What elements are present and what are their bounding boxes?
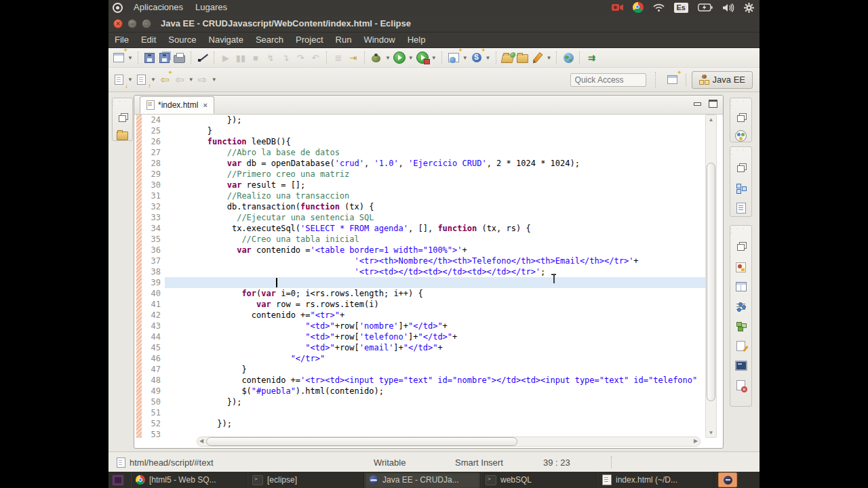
menu-item-project[interactable]: Project <box>290 33 329 47</box>
volume-icon[interactable] <box>722 3 734 12</box>
back-button[interactable]: ⇦ <box>173 73 186 87</box>
properties-view-icon[interactable] <box>734 279 749 294</box>
new-web-wizard-button[interactable]: ✦ <box>447 50 460 65</box>
last-edit-location-button[interactable]: ⇦✦ <box>158 73 172 87</box>
back-dropdown-icon[interactable]: ▼ <box>189 77 194 83</box>
taskbar-item--eclipse-[interactable]: [eclipse] <box>248 472 364 488</box>
open-perspective-button[interactable]: ✦ <box>666 73 679 87</box>
snippets-view-icon[interactable] <box>734 319 749 333</box>
wifi-icon[interactable] <box>653 3 665 12</box>
restore-view-icon[interactable] <box>734 113 749 125</box>
console-view-icon[interactable] <box>734 358 749 373</box>
project-explorer-icon[interactable] <box>115 129 130 140</box>
code-line-45[interactable]: 45 "<td>"+row['email']+"</td>"+ <box>135 342 706 353</box>
tab-close-icon[interactable]: × <box>203 101 207 109</box>
code-line-34[interactable]: 34 tx.executeSql('SELECT * FROM agenda',… <box>135 223 706 234</box>
documentation-view-icon[interactable] <box>734 338 749 353</box>
window-minimize-button[interactable]: – <box>127 19 137 28</box>
quick-edit-view-icon[interactable] <box>734 299 749 314</box>
code-line-30[interactable]: 30 var result = []; <box>135 180 706 190</box>
vertical-scrollbar[interactable]: ▲ ▼ <box>705 115 717 438</box>
new-servlet-button[interactable]: S✦ <box>470 50 484 65</box>
menu-item-window[interactable]: Window <box>357 33 401 47</box>
next-annotation-dropdown-icon[interactable]: ▼ <box>127 77 133 83</box>
task-list-view-icon[interactable] <box>734 201 749 216</box>
code-line-50[interactable]: 50 }); <box>135 396 706 407</box>
previous-annotation-button[interactable]: ↑ <box>135 73 149 87</box>
suspend-button[interactable]: ▮▮ <box>234 50 248 65</box>
vertical-scroll-thumb[interactable] <box>707 163 715 401</box>
markers-view-icon[interactable] <box>734 260 749 274</box>
menu-item-edit[interactable]: Edit <box>135 33 162 47</box>
pen-dropdown-icon[interactable]: ▼ <box>547 55 552 61</box>
code-line-43[interactable]: 43 "<td>"+row['nombre']+"</td>"+ <box>135 321 706 331</box>
chrome-tray-icon[interactable] <box>633 2 644 13</box>
mark-occurrences-button[interactable] <box>531 50 545 65</box>
code-line-33[interactable]: 33 //Ejecutar una sentencia SQL <box>135 212 706 223</box>
code-line-41[interactable]: 41 var row = rs.rows.item(i) <box>135 299 706 310</box>
outline-view-icon[interactable] <box>734 181 749 196</box>
disconnect-button[interactable]: ↯ <box>264 50 277 65</box>
keyboard-layout-indicator[interactable]: Es <box>674 3 688 13</box>
drop-to-frame-button[interactable]: ≣ <box>332 50 345 65</box>
eclipse-launcher-highlighted-icon[interactable] <box>718 472 737 487</box>
external-tools-button[interactable] <box>416 50 429 65</box>
code-line-42[interactable]: 42 contenido +="<tr>"+ <box>135 310 706 321</box>
menu-item-file[interactable]: File <box>108 33 135 47</box>
new-wizard-button[interactable]: ✦ <box>112 50 125 65</box>
battery-icon[interactable] <box>698 3 713 12</box>
scroll-down-arrow[interactable]: ▼ <box>706 428 716 437</box>
maximize-editor-icon[interactable] <box>709 100 717 108</box>
problems-view-icon[interactable] <box>734 378 749 392</box>
taskbar-item--html5-web-sq-[interactable]: [html5 - Web SQ... <box>131 472 248 488</box>
servers-view-icon[interactable] <box>734 129 749 142</box>
synchronize-button[interactable]: ⇉ <box>585 50 598 65</box>
minimize-editor-icon[interactable] <box>693 100 701 106</box>
code-line-51[interactable]: 51 <box>135 407 706 418</box>
menu-item-run[interactable]: Run <box>330 33 358 47</box>
code-line-38[interactable]: 38 '<tr><td></td><td></td><td></td></tr>… <box>135 266 706 277</box>
step-over-button[interactable]: ↷ <box>294 50 307 65</box>
workspace-mini-icon[interactable] <box>112 474 124 486</box>
code-line-49[interactable]: 49 $("#puebla").html(contenido); <box>135 386 706 396</box>
run-button[interactable] <box>393 50 406 65</box>
code-line-52[interactable]: 52 }); <box>135 418 706 429</box>
restore-view-icon[interactable] <box>734 161 749 176</box>
ubuntu-logo-icon[interactable] <box>113 3 123 13</box>
code-line-25[interactable]: 25 } <box>135 125 706 136</box>
web-browser-button[interactable] <box>561 50 575 65</box>
save-button[interactable] <box>143 50 157 65</box>
horizontal-scrollbar[interactable]: ◀ ▶ <box>197 436 701 447</box>
code-line-31[interactable]: 31 //Realizo una transaccion <box>135 190 706 201</box>
code-line-32[interactable]: 32 db.transaction(function (tx) { <box>135 201 706 212</box>
new-servlet-dropdown-icon[interactable]: ▼ <box>486 55 491 61</box>
step-return-button[interactable]: ↶ <box>309 50 322 65</box>
taskbar-item-index-html-d-[interactable]: index.html (~/D... <box>597 472 714 488</box>
screen-recorder-icon[interactable] <box>612 3 623 12</box>
menu-item-help[interactable]: Help <box>401 33 432 47</box>
print-button[interactable] <box>173 50 186 65</box>
debug-button[interactable] <box>370 50 383 65</box>
code-line-27[interactable]: 27 //Abro la base de datos <box>135 147 706 158</box>
restore-view-icon[interactable] <box>115 113 130 124</box>
window-close-button[interactable]: ✕ <box>113 19 123 28</box>
window-maximize-button[interactable]: □ <box>142 19 151 28</box>
menu-item-search[interactable]: Search <box>250 33 290 47</box>
code-line-37[interactable]: 37 '<tr><th>Nombre</th><th>Telefono</th>… <box>135 256 706 266</box>
external-tools-dropdown-icon[interactable]: ▼ <box>431 55 437 61</box>
quick-access-input[interactable] <box>570 73 646 87</box>
run-dropdown-icon[interactable]: ▼ <box>408 55 414 61</box>
next-annotation-button[interactable]: ↓ <box>112 73 125 87</box>
restore-view-icon[interactable] <box>734 240 749 255</box>
terminate-button[interactable]: ■ <box>249 50 262 65</box>
menu-item-source[interactable]: Source <box>162 33 202 47</box>
code-line-29[interactable]: 29 //Primero creo una matriz <box>135 169 706 180</box>
import-web-button[interactable] <box>501 50 515 65</box>
code-line-40[interactable]: 40 for(var i=0; i<rs.rows.length; i++) { <box>135 288 706 299</box>
code-line-39[interactable]: 39 <box>135 277 706 288</box>
horizontal-scroll-thumb[interactable] <box>206 437 517 446</box>
code-line-28[interactable]: 28 var db = openDatabase('crud', '1.0', … <box>135 158 706 169</box>
java-ee-perspective-button[interactable]: Java EE <box>692 71 753 89</box>
code-line-44[interactable]: 44 "<td>"+row['telefono']+"</td>"+ <box>135 331 706 342</box>
scroll-right-arrow[interactable]: ▶ <box>692 437 700 446</box>
